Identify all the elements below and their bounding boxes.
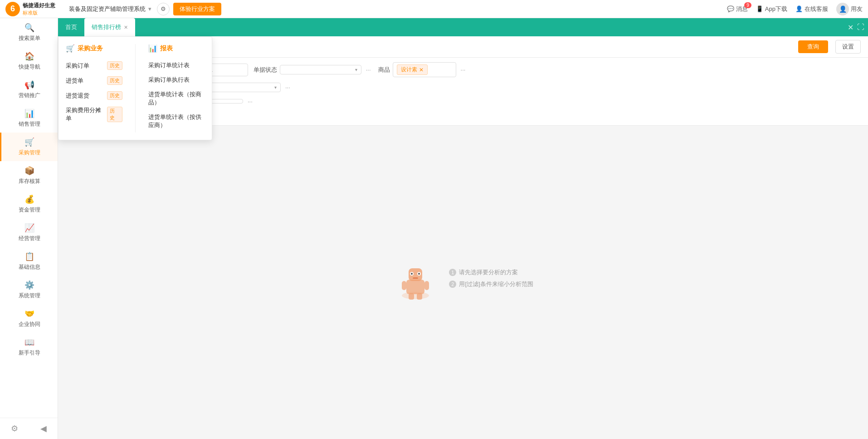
service-icon: 👤	[795, 5, 803, 12]
status-filter: 单据状态 ▾ ···	[254, 65, 373, 74]
svg-rect-11	[417, 293, 422, 300]
menu-item-report-3[interactable]: 进货单统计表（按商品）	[148, 87, 205, 110]
dropdown-divider	[135, 44, 136, 133]
system-title: 装备及固定资产辅助管理系统 ▾	[63, 5, 157, 13]
empty-tip-1: 1 请先选择要分析的方案	[449, 268, 533, 276]
top-bar: 6 畅捷通好生意 标准版 装备及固定资产辅助管理系统 ▾ ⚙ 体验行业方案 💬 …	[0, 0, 868, 18]
svg-rect-7	[413, 277, 418, 279]
svg-rect-9	[424, 281, 429, 290]
sidebar-item-inventory[interactable]: 📦 库存核算	[0, 161, 58, 190]
menu-item-purchase-order[interactable]: 采购订单 历史	[66, 58, 122, 73]
operation-icon: 📈	[24, 223, 34, 233]
sidebar-item-system[interactable]: ⚙️ 系统管理	[0, 276, 58, 304]
sidebar-item-purchase[interactable]: 🛒 采购管理	[0, 133, 58, 161]
tab-sales-rank[interactable]: 销售排行榜 ✕	[84, 18, 135, 36]
report-col: 📊 报表 采购订单统计表 采购订单执行表 进货单统计表（按商品） 进货单统计表（…	[148, 44, 205, 133]
purchase-dropdown-menu: 🛒 采购业务 采购订单 历史 进货单 历史 进货退货 历史 采购费用分摊单 历史…	[58, 36, 212, 140]
product-input[interactable]: 设计素 ✕	[393, 62, 456, 77]
purchase-col-title: 🛒 采购业务	[66, 44, 122, 53]
status-arrow-icon: ▾	[355, 67, 357, 72]
inventory-icon: 📦	[24, 166, 34, 176]
svg-rect-10	[409, 293, 414, 300]
menu-item-expense[interactable]: 采购费用分摊单 历史	[66, 103, 122, 126]
empty-illustration	[393, 259, 438, 306]
logo-area: 6 畅捷通好生意 标准版	[5, 2, 63, 16]
purchase-icon: 🛒	[24, 137, 34, 147]
home-icon: 🏠	[24, 51, 34, 61]
marketing-icon: 📢	[24, 80, 34, 90]
report-col-icon: 📊	[148, 44, 157, 53]
svg-rect-1	[406, 280, 424, 294]
report-col-title: 📊 报表	[148, 44, 205, 53]
logo-text: 畅捷通好生意 标准版	[23, 2, 55, 16]
empty-state-content: 1 请先选择要分析的方案 2 用[过滤]条件来缩小分析范围	[393, 259, 533, 306]
sidebar-item-finance[interactable]: 💰 资金管理	[0, 190, 58, 218]
phone-icon: 📱	[756, 5, 763, 12]
svg-point-5	[411, 273, 413, 275]
sidebar-item-guide[interactable]: 📖 新手引导	[0, 333, 58, 361]
message-btn[interactable]: 💬 消息 9	[727, 5, 748, 13]
menu-item-inbound[interactable]: 进货单 历史	[66, 73, 122, 88]
sidebar-item-nav[interactable]: 🏠 快捷导航	[0, 47, 58, 75]
sidebar-item-sales[interactable]: 📊 销售管理	[0, 104, 58, 133]
guide-icon: 📖	[24, 337, 34, 347]
svg-rect-8	[402, 281, 406, 290]
product-dots[interactable]: ···	[459, 66, 468, 73]
collab-icon: 🤝	[24, 309, 34, 319]
sidebar-item-marketing[interactable]: 📢 营销推广	[0, 75, 58, 104]
sidebar-item-operation[interactable]: 📈 经营管理	[0, 218, 58, 247]
status-dots[interactable]: ···	[364, 66, 373, 73]
menu-item-report-4[interactable]: 进货单统计表（按供应商）	[148, 110, 205, 133]
sidebar-item-basic[interactable]: 📋 基础信息	[0, 247, 58, 276]
finance-icon: 💰	[24, 194, 34, 204]
empty-tip-2: 2 用[过滤]条件来缩小分析范围	[449, 280, 533, 288]
avatar: 👤	[836, 3, 849, 15]
online-service-btn[interactable]: 👤 在线客服	[795, 5, 828, 13]
sidebar-bottom: ⚙ ◀	[0, 418, 58, 439]
tab-bar: 首页 销售排行榜 ✕ ✕ ⛶	[58, 18, 868, 36]
sidebar-item-collab[interactable]: 🤝 企业协同	[0, 304, 58, 333]
robot-svg	[393, 259, 438, 305]
sales-icon: 📊	[24, 109, 34, 118]
customer-dots[interactable]: ···	[246, 98, 254, 105]
sidebar-item-search[interactable]: 🔍 搜索菜单	[0, 18, 58, 47]
tab-bar-actions: ✕ ⛶	[848, 23, 868, 32]
industry-btn[interactable]: 体验行业方案	[173, 3, 221, 15]
tab-close-icon[interactable]: ✕	[848, 23, 853, 32]
sidebar-settings-btn[interactable]: ⚙	[11, 424, 18, 434]
settings-icon-btn[interactable]: ⚙	[157, 3, 170, 15]
logo-icon: 6	[5, 2, 20, 16]
menu-item-return[interactable]: 进货退货 历史	[66, 88, 122, 103]
user-menu[interactable]: 👤 用友	[836, 3, 863, 15]
empty-state: 1 请先选择要分析的方案 2 用[过滤]条件来缩小分析范围	[58, 126, 868, 439]
message-icon: 💬	[727, 5, 734, 12]
system-icon: ⚙️	[24, 280, 34, 290]
tab-expand-icon[interactable]: ⛶	[857, 23, 864, 31]
menu-item-report-2[interactable]: 采购订单执行表	[148, 73, 205, 87]
product-tag: 设计素 ✕	[397, 64, 428, 75]
basic-icon: 📋	[24, 252, 34, 261]
product-tag-close[interactable]: ✕	[419, 67, 424, 73]
product-filter: 商品 设计素 ✕ ···	[378, 62, 468, 77]
system-title-dropdown[interactable]: ▾	[148, 5, 151, 12]
purchase-col: 🛒 采购业务 采购订单 历史 进货单 历史 进货退货 历史 采购费用分摊单 历史	[66, 44, 122, 133]
menu-item-report-1[interactable]: 采购订单统计表	[148, 58, 205, 73]
sidebar-collapse-btn[interactable]: ◀	[40, 424, 47, 434]
empty-tips: 1 请先选择要分析的方案 2 用[过滤]条件来缩小分析范围	[449, 259, 533, 288]
purchase-col-icon: 🛒	[66, 44, 75, 53]
svg-point-6	[418, 273, 420, 275]
staff-dots[interactable]: ···	[283, 84, 292, 91]
search-icon: 🔍	[24, 23, 34, 33]
staff-arrow-icon: ▾	[274, 85, 277, 90]
tab-home[interactable]: 首页	[58, 18, 84, 36]
setting-btn[interactable]: 设置	[835, 40, 861, 54]
sidebar: 🔍 搜索菜单 🏠 快捷导航 📢 营销推广 📊 销售管理 🛒 采购管理 📦	[0, 18, 58, 439]
status-input[interactable]: ▾	[280, 65, 361, 74]
query-btn[interactable]: 查询	[798, 40, 828, 53]
top-bar-right: 💬 消息 9 📱 App下载 👤 在线客服 👤 用友	[727, 3, 863, 15]
tab-close-btn[interactable]: ✕	[124, 25, 128, 30]
app-download-btn[interactable]: 📱 App下载	[756, 5, 787, 13]
